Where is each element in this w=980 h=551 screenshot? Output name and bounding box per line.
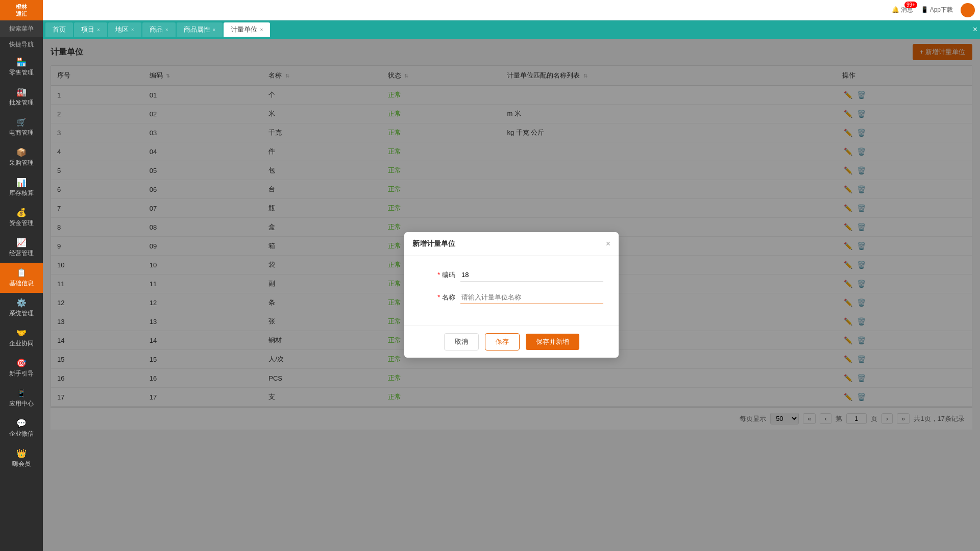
sidebar-item-label: 批发管理 (9, 98, 34, 107)
partner-icon: 🤝 (16, 328, 27, 338)
name-input[interactable] (460, 291, 603, 304)
sidebar-search[interactable]: 搜索菜单 (0, 20, 43, 37)
topbar-right: 🔔 消息 99+ 📱 App下载 (892, 3, 975, 17)
tab-label-home: 首页 (53, 25, 66, 34)
modal-overlay: 新增计量单位 × 编码 名称 取消 保存 保存并新增 (43, 39, 980, 551)
sidebar-quick-nav: 快捷导航 (0, 37, 43, 52)
sidebar-item-member[interactable]: 👑嗨会员 (0, 443, 43, 473)
sidebar-item-retail[interactable]: 🏪零售管理 (0, 52, 43, 82)
sidebar-item-basic[interactable]: 📋基础信息 (0, 263, 43, 293)
modal-footer: 取消 保存 保存并新增 (404, 325, 619, 358)
ecommerce-icon: 🛒 (16, 117, 27, 127)
appcenter-icon: 📱 (16, 388, 27, 398)
form-row-code: 编码 (420, 268, 603, 282)
topbar: 🔔 消息 99+ 📱 App下载 (43, 0, 980, 20)
app-download-btn[interactable]: 📱 App下载 (921, 6, 953, 14)
sidebar-item-guide[interactable]: 🎯新手引导 (0, 353, 43, 383)
enterprise-icon: 💬 (16, 418, 27, 428)
tab-label-attrs: 商品属性 (184, 25, 210, 34)
save-and-add-button[interactable]: 保存并新增 (526, 334, 579, 350)
sidebar-item-label: 新手引导 (9, 369, 34, 378)
operations-icon: 📈 (16, 238, 27, 247)
purchase-icon: 📦 (16, 147, 27, 157)
sidebar-item-ecommerce[interactable]: 🛒电商管理 (0, 112, 43, 142)
sidebar-item-label: 基础信息 (9, 279, 34, 288)
sidebar-item-label: 企业协同 (9, 339, 34, 348)
retail-icon: 🏪 (16, 57, 27, 67)
app-logo: 橙林 通汇 (0, 0, 43, 20)
sidebar-item-wholesale[interactable]: 🏭批发管理 (0, 82, 43, 112)
modal-header: 新增计量单位 × (404, 232, 619, 256)
page-content: 计量单位 + 新增计量单位 序号 编码 ⇅ 名称 ⇅ 状态 ⇅ 计量单位匹配的名… (43, 39, 980, 551)
sidebar-item-finance[interactable]: 💰资金管理 (0, 203, 43, 233)
close-all-tabs-btn[interactable]: × (973, 25, 977, 34)
sidebar-item-label: 资金管理 (9, 219, 34, 228)
code-input[interactable] (460, 268, 603, 282)
tab-close-unit[interactable]: × (260, 27, 263, 33)
tab-close-project[interactable]: × (97, 27, 100, 33)
sidebar-item-partner[interactable]: 🤝企业协同 (0, 323, 43, 353)
basic-icon: 📋 (16, 268, 27, 278)
sidebar-item-label: 采购管理 (9, 159, 34, 167)
sidebar: 橙林 通汇 搜索菜单 快捷导航 🏪零售管理🏭批发管理🛒电商管理📦采购管理📊库存核… (0, 0, 43, 551)
main-area: 🔔 消息 99+ 📱 App下载 首页项目×地区×商品×商品属性×计量单位× ×… (43, 0, 980, 551)
tab-close-goods[interactable]: × (165, 27, 168, 33)
guide-icon: 🎯 (16, 358, 27, 368)
tab-label-region: 地区 (115, 25, 129, 34)
finance-icon: 💰 (16, 208, 27, 217)
add-unit-modal: 新增计量单位 × 编码 名称 取消 保存 保存并新增 (404, 232, 619, 358)
modal-close-btn[interactable]: × (606, 239, 610, 248)
form-label-name: 名称 (420, 293, 455, 302)
sidebar-item-operations[interactable]: 📈经营管理 (0, 233, 43, 263)
form-row-name: 名称 (420, 291, 603, 304)
system-icon: ⚙️ (16, 298, 27, 308)
tab-label-project: 项目 (81, 25, 94, 34)
notification-badge: 99+ (904, 2, 917, 8)
tab-region[interactable]: 地区× (108, 22, 141, 37)
sidebar-item-label: 零售管理 (9, 68, 34, 77)
sidebar-item-inventory[interactable]: 📊库存核算 (0, 172, 43, 203)
tab-label-goods: 商品 (150, 25, 163, 34)
tab-close-attrs[interactable]: × (213, 27, 216, 33)
tab-close-region[interactable]: × (131, 27, 134, 33)
wholesale-icon: 🏭 (16, 87, 27, 97)
save-button[interactable]: 保存 (485, 333, 520, 350)
sidebar-item-label: 库存核算 (9, 189, 34, 197)
member-icon: 👑 (16, 448, 27, 458)
tab-attrs[interactable]: 商品属性× (177, 22, 223, 37)
sidebar-item-label: 系统管理 (9, 309, 34, 318)
sidebar-item-label: 电商管理 (9, 129, 34, 137)
tab-project[interactable]: 项目× (74, 22, 107, 37)
cancel-button[interactable]: 取消 (444, 333, 479, 350)
modal-title: 新增计量单位 (412, 239, 455, 248)
tabbar: 首页项目×地区×商品×商品属性×计量单位× × (43, 20, 980, 39)
sidebar-item-label: 企业微信 (9, 430, 34, 438)
sidebar-item-appcenter[interactable]: 📱应用中心 (0, 383, 43, 413)
notification-bell[interactable]: 🔔 消息 99+ (892, 6, 913, 14)
inventory-icon: 📊 (16, 178, 27, 187)
sidebar-item-label: 应用中心 (9, 399, 34, 408)
tab-label-unit: 计量单位 (231, 25, 257, 34)
sidebar-item-label: 经营管理 (9, 249, 34, 258)
form-label-code: 编码 (420, 270, 455, 280)
sidebar-item-label: 嗨会员 (12, 460, 31, 468)
user-avatar[interactable] (961, 3, 975, 17)
sidebar-item-enterprise[interactable]: 💬企业微信 (0, 413, 43, 443)
tab-home[interactable]: 首页 (45, 22, 73, 37)
tab-goods[interactable]: 商品× (142, 22, 176, 37)
tab-unit[interactable]: 计量单位× (224, 22, 270, 37)
modal-body: 编码 名称 (404, 256, 619, 325)
sidebar-item-purchase[interactable]: 📦采购管理 (0, 142, 43, 172)
sidebar-item-system[interactable]: ⚙️系统管理 (0, 293, 43, 323)
